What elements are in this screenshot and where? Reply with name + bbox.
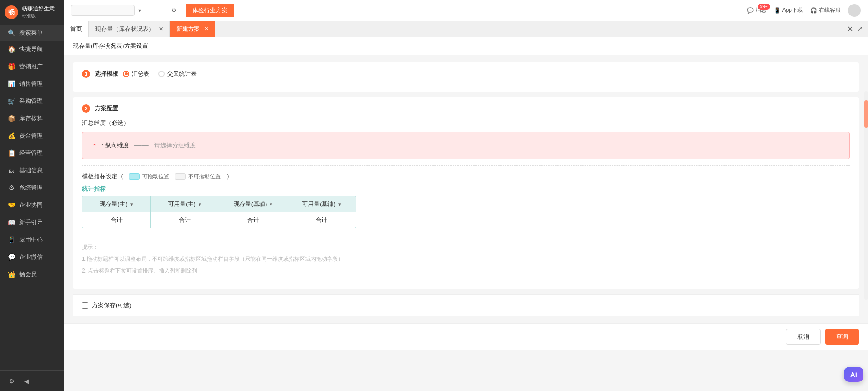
handshake-icon: 🤝 [7, 201, 15, 209]
topbar-right: 💬 消息 99+ 📱 App下载 🎧 在线客服 [747, 4, 861, 17]
draggable-indicator: 可拖动位置 [129, 173, 169, 180]
footer-bar: 取消 查询 [64, 323, 868, 350]
col3-dropdown-icon[interactable]: ▾ [270, 201, 272, 207]
service-label: 在线客服 [819, 6, 841, 14]
dim-arrow: —— [134, 141, 149, 149]
stats-col-4-label: 可用量(基辅) [302, 200, 336, 208]
sidebar-item-label: 库存核算 [19, 114, 43, 123]
col4-dropdown-icon[interactable]: ▾ [338, 201, 341, 207]
template-radio-group: 汇总表 交叉统计表 [123, 70, 197, 78]
chart-icon: 📊 [7, 80, 15, 88]
sidebar-item-inventory[interactable]: 📦 库存核算 [0, 110, 64, 127]
stats-col-3[interactable]: 现存量(基辅) ▾ [219, 196, 287, 212]
topbar: ▾ ⚙ 体验行业方案 💬 消息 99+ 📱 App下载 🎧 在线客服 [64, 0, 868, 21]
step2-badge: 2 [82, 104, 90, 113]
stats-cell-2: 合计 [151, 212, 219, 228]
ai-float-button[interactable]: Ai [844, 367, 863, 382]
money-icon: 💰 [7, 132, 15, 140]
divider [82, 165, 850, 166]
dropdown-arrow[interactable]: ▾ [138, 7, 141, 14]
industry-btn[interactable]: 体验行业方案 [186, 4, 234, 17]
step2-title: 方案配置 [95, 104, 118, 113]
tab-inventory-close-icon[interactable]: ✕ [159, 26, 163, 32]
sidebar-item-sales[interactable]: 📊 销售管理 [0, 75, 64, 93]
sidebar-item-member[interactable]: 👑 畅会员 [0, 266, 64, 283]
save-checkbox[interactable] [82, 302, 88, 309]
app-download-button[interactable]: 📱 App下载 [774, 6, 803, 14]
sidebar-item-marketing[interactable]: 🎁 营销推广 [0, 58, 64, 75]
dim-placeholder: 请选择分组维度 [154, 141, 196, 149]
tip-1: 1.拖动标题栏可以调整布局，不可跨维度或指标区域拖动栏目字段（只能在同一维度或指… [82, 253, 850, 264]
settings-button[interactable]: ⚙ [5, 375, 18, 387]
crown-icon: 👑 [7, 270, 15, 278]
stats-col-1-label: 现存量(主) [100, 200, 128, 208]
tab-new-plan[interactable]: 新建方案 ✕ [170, 21, 215, 37]
user-profile-button[interactable] [848, 4, 861, 17]
box-icon: 📦 [7, 114, 15, 123]
brand-logo: 畅 [5, 5, 18, 19]
sidebar-item-label: 畅会员 [19, 270, 37, 278]
home-icon: 🏠 [7, 45, 15, 53]
collapse-button[interactable]: ◀ [20, 375, 33, 387]
sidebar-item-label: 经营管理 [19, 149, 43, 157]
sidebar-item-operations[interactable]: 📋 经营管理 [0, 144, 64, 162]
sidebar-item-quicknav[interactable]: 🏠 快捷导航 [0, 41, 64, 58]
stats-col-2[interactable]: 可用量(主) ▾ [151, 196, 219, 212]
tab-new-plan-close-icon[interactable]: ✕ [204, 26, 209, 32]
dimension-box[interactable]: * * 纵向维度 —— 请选择分组维度 [82, 132, 850, 159]
step1-badge: 1 [82, 70, 90, 78]
sidebar-item-coop[interactable]: 🤝 企业协同 [0, 196, 64, 214]
sidebar-item-label: 搜索菜单 [19, 29, 43, 37]
tip-title: 提示： [82, 242, 850, 252]
customer-service-button[interactable]: 🎧 在线客服 [810, 6, 841, 14]
stats-col-4[interactable]: 可用量(基辅) ▾ [287, 196, 356, 212]
sidebar-item-wechat[interactable]: 💬 企业微信 [0, 248, 64, 266]
app-label: App下载 [782, 6, 803, 14]
sidebar-item-finance[interactable]: 💰 资金管理 [0, 127, 64, 144]
stats-col-3-label: 现存量(基辅) [234, 200, 267, 208]
radio-summary[interactable]: 汇总表 [123, 70, 149, 78]
sidebar-item-purchase[interactable]: 🛒 采购管理 [0, 93, 64, 110]
sidebar-item-newbie[interactable]: 📖 新手引导 [0, 214, 64, 231]
sidebar-item-system[interactable]: ⚙ 系统管理 [0, 179, 64, 196]
stats-cell-3: 合计 [219, 212, 287, 228]
query-button[interactable]: 查询 [825, 329, 859, 345]
col2-dropdown-icon[interactable]: ▾ [199, 201, 201, 207]
radio-summary-label: 汇总表 [132, 70, 149, 78]
step2-section: 2 方案配置 汇总维度（必选） * * 纵向维度 —— 请选择分组维度 模板指标… [73, 97, 859, 289]
indicators-label-suffix: ） [226, 172, 232, 180]
save-row: 方案保存(可选) [73, 294, 859, 316]
radio-cross-circle [158, 71, 165, 77]
draggable-label: 可拖动位置 [142, 173, 169, 180]
tips-area: 提示： 1.拖动标题栏可以调整布局，不可跨维度或指标区域拖动栏目字段（只能在同一… [82, 237, 850, 282]
tab-inventory-status[interactable]: 现存量（库存状况表） ✕ [89, 21, 170, 37]
sidebar-item-label: 企业微信 [19, 253, 43, 261]
sidebar-item-label: 基础信息 [19, 166, 43, 175]
stats-table-row: 合计 合计 合计 合计 [82, 212, 356, 228]
radio-cross[interactable]: 交叉统计表 [158, 70, 197, 78]
cancel-button[interactable]: 取消 [786, 329, 821, 345]
stats-table-header: 现存量(主) ▾ 可用量(主) ▾ 现存量(基辅) ▾ 可用量(基辅) [82, 196, 356, 212]
page-header-title: 现存量(库存状况表)方案设置 [73, 42, 148, 49]
col1-dropdown-icon[interactable]: ▾ [130, 201, 133, 207]
search-input[interactable] [71, 5, 135, 16]
sidebar: 畅 畅赚通好生意 标准版 🔍 搜索菜单 🏠 快捷导航 🎁 营销推广 📊 销售管理… [0, 0, 64, 391]
user-avatar [848, 4, 861, 17]
sidebar-item-search[interactable]: 🔍 搜索菜单 [0, 25, 64, 41]
stats-col-1[interactable]: 现存量(主) ▾ [82, 196, 151, 212]
tab-home[interactable]: 首页 [64, 21, 89, 37]
close-icon[interactable]: ✕ [847, 25, 853, 33]
cart-icon: 🛒 [7, 97, 15, 105]
sidebar-item-appcenter[interactable]: 📱 应用中心 [0, 231, 64, 248]
search-icon: 🔍 [7, 29, 15, 37]
tab-home-label: 首页 [70, 25, 82, 33]
expand-icon[interactable]: ⤢ [857, 25, 863, 33]
required-star: * [93, 142, 96, 149]
sidebar-item-basic[interactable]: 🗂 基础信息 [0, 162, 64, 179]
message-button[interactable]: 💬 消息 99+ [747, 6, 766, 14]
dimension-section-label: 汇总维度（必选） [82, 119, 850, 127]
step1-header: 1 选择模板 汇总表 交叉统计表 [82, 70, 850, 78]
settings-icon[interactable]: ⚙ [168, 4, 180, 17]
scrollbar[interactable] [864, 91, 868, 300]
page-header: 现存量(库存状况表)方案设置 [64, 37, 868, 55]
